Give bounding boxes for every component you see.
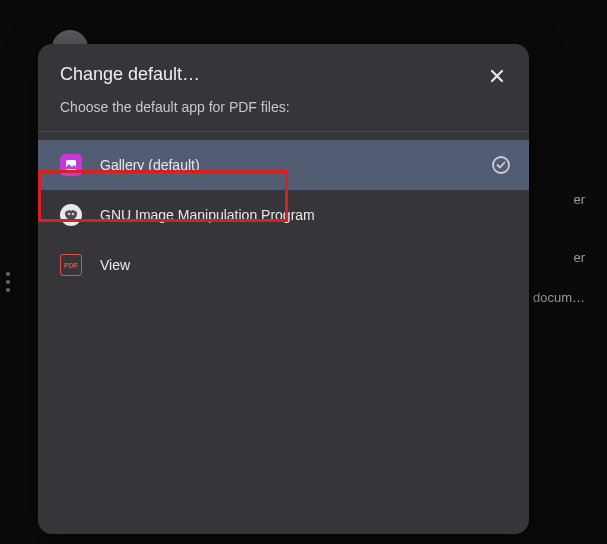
change-default-dialog: Change default… Choose the default app f…: [38, 44, 529, 534]
close-button[interactable]: [483, 62, 511, 90]
gallery-icon: [60, 154, 82, 176]
app-item-view[interactable]: PDF View: [38, 240, 529, 290]
dialog-header: Change default…: [38, 44, 529, 93]
app-list: Gallery (default) GNU Image Manipulation…: [38, 132, 529, 290]
app-label: Gallery (default): [100, 157, 507, 173]
background-text: er: [573, 192, 585, 207]
svg-point-4: [68, 213, 69, 214]
app-item-gimp[interactable]: GNU Image Manipulation Program: [38, 190, 529, 240]
drag-handle-icon: [6, 272, 10, 292]
app-label: View: [100, 257, 507, 273]
app-item-gallery[interactable]: Gallery (default): [38, 140, 529, 190]
svg-point-1: [493, 157, 509, 173]
dialog-subtitle: Choose the default app for PDF files:: [38, 93, 529, 132]
check-circle-icon: [491, 155, 511, 175]
background-text: docum…: [533, 290, 585, 305]
pdf-view-icon: PDF: [60, 254, 82, 276]
gimp-icon: [60, 204, 82, 226]
close-icon: [488, 67, 506, 85]
app-label: GNU Image Manipulation Program: [100, 207, 507, 223]
dialog-title: Change default…: [60, 64, 507, 85]
svg-point-5: [72, 213, 73, 214]
background-text: er: [573, 250, 585, 265]
